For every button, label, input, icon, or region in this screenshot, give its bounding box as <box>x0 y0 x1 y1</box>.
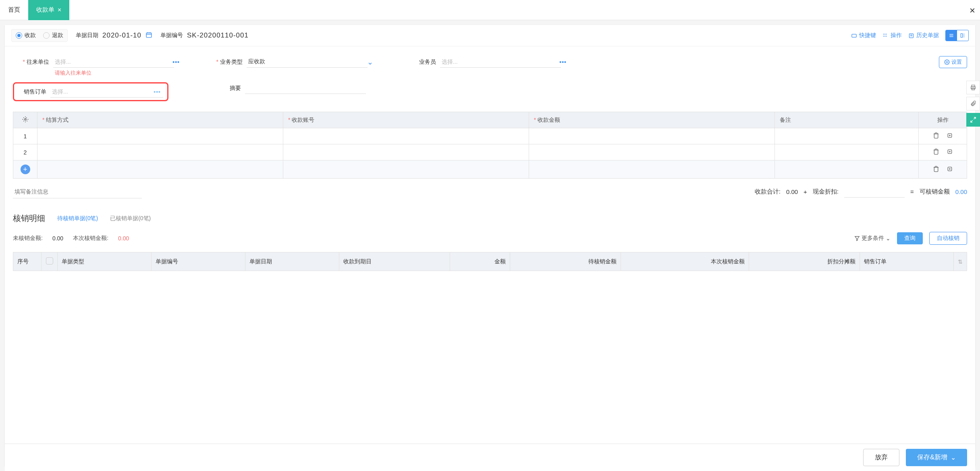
cell-amount[interactable] <box>529 128 774 144</box>
row-number: 2 <box>13 144 37 160</box>
rail-attach-button[interactable] <box>966 97 980 110</box>
col-remark: 备注 <box>774 112 918 128</box>
operate-link[interactable]: 操作 <box>882 32 902 39</box>
biz-type-label: 业务类型 <box>206 58 243 66</box>
cell[interactable] <box>37 160 283 179</box>
settings-button[interactable]: 设置 <box>939 56 967 68</box>
party-input[interactable] <box>53 56 174 68</box>
table-settings-button[interactable] <box>13 112 37 128</box>
cell-account[interactable] <box>283 144 529 160</box>
copy-icon[interactable] <box>947 166 953 173</box>
sales-order-input[interactable] <box>50 86 163 98</box>
content: 收款 退款 单据日期 2020-01-10 单据编号 SK-20200110-0… <box>5 25 975 466</box>
svg-point-10 <box>886 35 887 37</box>
discount-label: 现金折扣: <box>813 188 839 196</box>
tabs-bar: 首页 收款单 × × <box>0 0 980 20</box>
tab-pending[interactable]: 待核销单据(0笔) <box>57 215 98 222</box>
close-icon[interactable]: × <box>58 6 61 14</box>
printer-icon <box>970 84 976 91</box>
cell[interactable] <box>529 160 774 179</box>
attachment-icon <box>970 100 976 107</box>
col-this-amt: 本次核销金额 <box>621 252 749 271</box>
cell[interactable] <box>283 160 529 179</box>
cell[interactable] <box>774 160 918 179</box>
cell-settle[interactable] <box>37 144 283 160</box>
party-field: 往来单位 ••• <box>13 56 182 68</box>
header-row: 收款 退款 单据日期 2020-01-10 单据编号 SK-20200110-0… <box>5 25 975 46</box>
calendar-icon[interactable] <box>145 31 152 40</box>
button-label: 保存&新增 <box>917 453 947 462</box>
tab-receipt[interactable]: 收款单 × <box>28 0 69 20</box>
footer-bar: 放弃 保存&新增 ⌄ <box>5 444 975 471</box>
col-pending-amt: 待核销金额 <box>510 252 621 271</box>
page-close-icon[interactable]: × <box>970 5 975 16</box>
clerk-label: 业务员 <box>400 58 436 66</box>
copy-icon[interactable] <box>947 132 953 140</box>
tab-done[interactable]: 已核销单据(0笔) <box>110 215 151 222</box>
filter-row: 未核销金额: 0.00 本次核销金额: 0.00 更多条件 ⌄ 查询 自动核销 <box>5 228 975 249</box>
svg-point-9 <box>884 35 885 37</box>
shortcut-link[interactable]: 快捷键 <box>851 32 876 39</box>
view-list-button[interactable] <box>946 30 957 41</box>
link-label: 操作 <box>891 32 902 39</box>
party-label: 往来单位 <box>13 58 49 66</box>
cell-amount[interactable] <box>529 144 774 160</box>
col-check[interactable] <box>42 252 58 271</box>
more-icon[interactable]: ••• <box>154 89 161 95</box>
chevron-down-icon: ⌄ <box>951 454 956 461</box>
col-amount: 金额 <box>450 252 510 271</box>
payment-table: 结算方式 收款账号 收款金额 备注 操作 1 <box>13 112 967 179</box>
more-conditions-button[interactable]: 更多条件 ⌄ <box>854 235 891 242</box>
delete-icon[interactable] <box>933 132 939 140</box>
note-input[interactable] <box>13 185 142 198</box>
doc-date-value[interactable]: 2020-01-10 <box>102 31 141 40</box>
sales-order-highlight: 销售订单 ••• <box>13 82 168 101</box>
summary-input[interactable] <box>245 82 366 94</box>
history-link[interactable]: 历史单据 <box>908 32 939 39</box>
chevron-down-icon[interactable]: ⌄ <box>367 58 373 67</box>
writeoff-value: 0.00 <box>955 188 967 195</box>
add-row-button[interactable]: + <box>21 165 30 174</box>
discount-input[interactable] <box>844 186 905 198</box>
total-value: 0.00 <box>786 188 798 195</box>
rail-print-button[interactable] <box>966 81 980 94</box>
col-due-date: 收款到期日 <box>339 252 450 271</box>
save-button[interactable]: 保存&新增 ⌄ <box>906 449 967 466</box>
biz-type-input[interactable] <box>247 56 368 68</box>
view-card-button[interactable] <box>957 30 968 41</box>
clerk-input[interactable] <box>440 56 561 68</box>
writeoff-section-head: 核销明细 待核销单据(0笔) 已核销单据(0笔) <box>5 205 975 228</box>
cell-settle[interactable] <box>37 128 283 144</box>
more-icon[interactable]: ••• <box>172 59 180 65</box>
svg-rect-0 <box>146 33 152 37</box>
radio-receive[interactable]: 收款 <box>16 32 36 39</box>
table-row: 1 <box>13 128 967 144</box>
list-icon <box>908 33 914 39</box>
more-icon[interactable]: ••• <box>559 59 567 65</box>
gear-icon <box>22 116 29 123</box>
cell-remark[interactable] <box>774 144 918 160</box>
radio-label: 收款 <box>25 32 36 39</box>
cancel-button[interactable]: 放弃 <box>863 449 899 466</box>
party-error: 请输入往来单位 <box>55 69 182 77</box>
doc-no-value: SK-20200110-001 <box>187 31 249 40</box>
col-sales-order: 销售订单 <box>860 252 953 271</box>
tab-label: 收款单 <box>36 6 54 14</box>
button-label: 设置 <box>951 58 962 66</box>
summary-label: 摘要 <box>205 85 241 92</box>
checkbox-icon[interactable] <box>46 257 53 265</box>
delete-icon[interactable] <box>933 148 939 156</box>
tab-home[interactable]: 首页 <box>0 0 28 20</box>
radio-refund[interactable]: 退款 <box>43 32 63 39</box>
query-button[interactable]: 查询 <box>897 232 923 244</box>
svg-line-37 <box>971 120 973 122</box>
cell-remark[interactable] <box>774 128 918 144</box>
delete-icon[interactable] <box>933 166 939 173</box>
cell-account[interactable] <box>283 128 529 144</box>
copy-icon[interactable] <box>947 148 953 156</box>
sort-button[interactable]: ⇅ <box>954 252 967 271</box>
rail-expand-button[interactable] <box>966 113 980 127</box>
row-number: 1 <box>13 128 37 144</box>
auto-writeoff-button[interactable]: 自动核销 <box>929 232 967 245</box>
svg-marker-32 <box>855 236 860 241</box>
